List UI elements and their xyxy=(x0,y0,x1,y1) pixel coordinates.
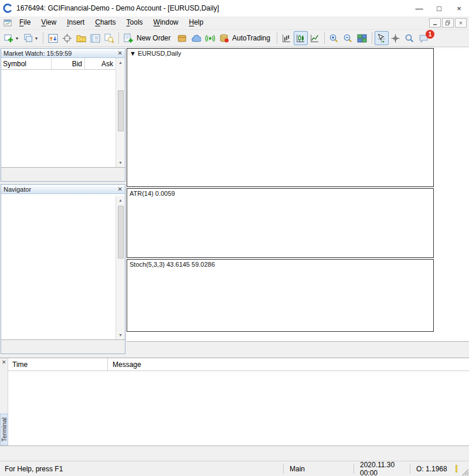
main-area: Market Watch: 15:59:59 ✕ SymbolBidAsk ▲ … xyxy=(0,47,469,354)
cloud-button[interactable] xyxy=(189,31,203,45)
date-axis[interactable] xyxy=(127,332,469,341)
data-window-button[interactable] xyxy=(60,31,74,45)
terminal-log-header: Time Message xyxy=(8,358,469,371)
scroll-down-icon[interactable]: ▼ xyxy=(118,331,123,339)
market-watch-title: Market Watch: 15:59:59 xyxy=(4,50,72,57)
stochastic-indicator-window: Stoch(5,3,3) 43.6145 59.0286 xyxy=(127,259,469,332)
navigator-scrollbar[interactable]: ▲ ▼ xyxy=(115,196,125,339)
time-column-header[interactable]: Time xyxy=(8,358,108,370)
message-column-header[interactable]: Message xyxy=(108,361,141,369)
zoom-in-button[interactable] xyxy=(327,31,341,45)
left-column: Market Watch: 15:59:59 ✕ SymbolBidAsk ▲ … xyxy=(1,48,125,354)
symbol-column-header[interactable]: Symbol xyxy=(1,58,52,69)
market-watch-column-headers: SymbolBidAsk xyxy=(1,58,115,70)
market-watch-rows: SymbolBidAsk xyxy=(1,58,115,167)
scroll-down-icon[interactable]: ▼ xyxy=(118,158,123,167)
menu-bar: FileViewInsertChartsToolsWindowHelp × xyxy=(0,16,469,29)
market-watch-close-icon[interactable]: ✕ xyxy=(118,50,123,56)
menu-help[interactable]: Help xyxy=(183,16,209,29)
terminal-tabbar xyxy=(0,446,469,461)
market-watch-header: Market Watch: 15:59:59 ✕ xyxy=(1,49,125,58)
terminal-side-strip: ✕ Terminal xyxy=(0,358,8,446)
menu-file[interactable]: File xyxy=(14,16,36,29)
terminal-panel-button[interactable] xyxy=(88,31,102,45)
maximize-button[interactable]: □ xyxy=(429,0,449,16)
cursor-button[interactable] xyxy=(375,31,389,45)
atr-scale xyxy=(434,188,469,258)
child-close-button[interactable]: × xyxy=(455,18,467,28)
tile-windows-button[interactable] xyxy=(355,31,369,45)
window-title: 1676494: GCIFinancial-Demo - Demo Accoun… xyxy=(15,4,219,12)
market-watch-button[interactable] xyxy=(46,31,60,45)
navigator-tree: ▲ ▼ xyxy=(1,194,125,339)
app-logo-icon xyxy=(0,3,15,13)
profiles-dropdown-icon[interactable]: ▾ xyxy=(35,36,40,41)
navigator-panel: Navigator ✕ ▲ ▼ xyxy=(1,184,125,354)
bid-column-header[interactable]: Bid xyxy=(52,58,85,69)
chart-tabbar xyxy=(127,341,469,354)
scroll-up-icon[interactable]: ▲ xyxy=(118,58,123,67)
status-bar-time: 2020.11.30 00:00 xyxy=(354,464,410,474)
status-bar: For Help, press F1 Main 2020.11.30 00:00… xyxy=(0,461,469,476)
profiles-button[interactable] xyxy=(21,31,35,45)
chart-window-icon[interactable] xyxy=(1,19,14,28)
stochastic-chart[interactable]: Stoch(5,3,3) 43.6145 59.0286 xyxy=(127,259,434,332)
bar-chart-button[interactable] xyxy=(280,31,294,45)
scroll-thumb[interactable] xyxy=(118,206,124,259)
terminal-caption: Terminal xyxy=(0,414,8,446)
market-watch-table: SymbolBidAsk ▲ ▼ xyxy=(1,58,125,167)
market-watch-tabbar xyxy=(1,167,125,181)
menu-items: FileViewInsertChartsToolsWindowHelp xyxy=(14,16,209,29)
new-order-button[interactable]: New Order xyxy=(135,34,175,42)
menu-tools[interactable]: Tools xyxy=(121,16,148,29)
minimize-button[interactable]: — xyxy=(409,0,429,16)
candlestick-chart-button[interactable] xyxy=(294,31,308,45)
metaeditor-button[interactable] xyxy=(175,31,189,45)
autotrading-icon[interactable] xyxy=(217,31,231,45)
menu-charts[interactable]: Charts xyxy=(90,16,121,29)
title-bar: 1676494: GCIFinancial-Demo - Demo Accoun… xyxy=(0,0,469,16)
terminal-panel: ✕ Terminal Time Message xyxy=(0,358,469,446)
chart-symbol-label[interactable]: ▼ EURUSD,Daily xyxy=(130,50,181,57)
chart-column: ▼ EURUSD,Daily ATR(14) 0.0059 Stoch(5,3,… xyxy=(127,48,469,354)
new-chart-dropdown-icon[interactable]: ▾ xyxy=(16,36,21,41)
notification-badge: 1 xyxy=(426,30,434,39)
child-restore-button[interactable] xyxy=(442,18,454,28)
status-indicator xyxy=(456,465,457,472)
status-account: Main xyxy=(283,464,354,474)
broadcast-button[interactable] xyxy=(203,31,217,45)
status-quote-open: O: 1.1968 xyxy=(410,464,456,474)
close-button[interactable]: × xyxy=(449,0,469,16)
new-chart-button[interactable] xyxy=(2,31,16,45)
terminal-close-icon[interactable]: ✕ xyxy=(2,359,6,365)
menu-window[interactable]: Window xyxy=(148,16,184,29)
market-watch-panel: Market Watch: 15:59:59 ✕ SymbolBidAsk ▲ … xyxy=(1,48,125,182)
status-help-text: For Help, press F1 xyxy=(0,465,283,473)
atr-indicator-window: ATR(14) 0.0059 xyxy=(127,188,469,258)
menu-view[interactable]: View xyxy=(36,16,62,29)
scroll-thumb[interactable] xyxy=(118,90,124,131)
main-chart-window: ▼ EURUSD,Daily xyxy=(127,48,469,187)
autotrading-button[interactable]: AutoTrading xyxy=(231,34,274,42)
toolbar: ▾ ▾ New Order AutoTrading 1 xyxy=(0,29,469,47)
scroll-up-icon[interactable]: ▲ xyxy=(118,196,123,205)
notifications-button[interactable]: 1 xyxy=(417,31,431,45)
navigator-close-icon[interactable]: ✕ xyxy=(118,186,123,192)
new-order-icon[interactable] xyxy=(121,31,135,45)
search-button[interactable] xyxy=(403,31,417,45)
strategy-tester-button[interactable] xyxy=(102,31,116,45)
crosshair-button[interactable] xyxy=(389,31,403,45)
ask-column-header[interactable]: Ask xyxy=(85,58,115,69)
stochastic-label: Stoch(5,3,3) 43.6145 59.0286 xyxy=(130,261,215,268)
menu-insert[interactable]: Insert xyxy=(62,16,90,29)
navigator-header: Navigator ✕ xyxy=(1,185,125,194)
market-watch-scrollbar[interactable]: ▲ ▼ xyxy=(115,58,125,167)
resize-grip-icon[interactable] xyxy=(460,467,469,476)
atr-chart[interactable]: ATR(14) 0.0059 xyxy=(127,188,434,258)
navigator-button[interactable] xyxy=(74,31,88,45)
line-chart-button[interactable] xyxy=(308,31,322,45)
child-minimize-button[interactable] xyxy=(429,18,441,28)
zoom-out-button[interactable] xyxy=(341,31,355,45)
candlestick-chart[interactable]: ▼ EURUSD,Daily xyxy=(127,48,434,187)
stochastic-scale xyxy=(434,259,469,332)
